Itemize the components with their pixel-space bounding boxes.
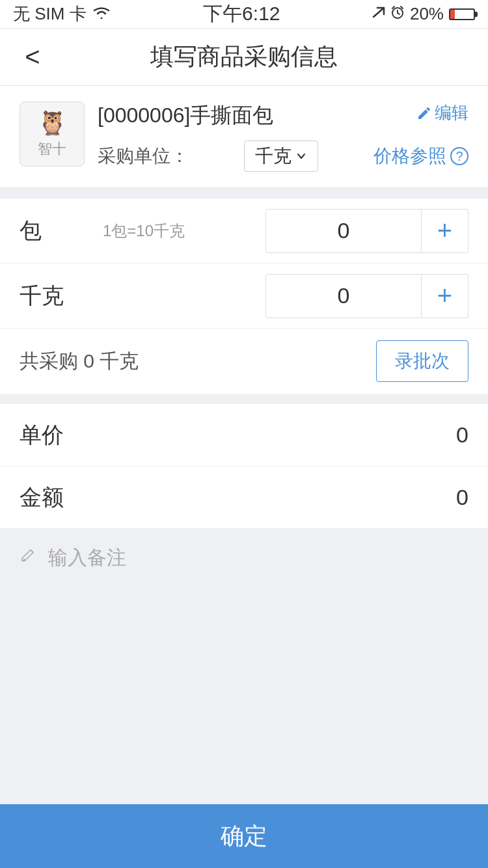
status-time: 下午6:12 <box>203 1 280 27</box>
nav-bar: < 填写商品采购信息 <box>0 29 488 86</box>
amount-value: 0 <box>456 485 468 510</box>
product-logo: 🦉 智十 <box>20 102 85 167</box>
logo-subtext: 智十 <box>38 139 66 159</box>
bag-sub-label: 1包=10千克 <box>103 221 185 241</box>
kg-input-control: + <box>265 274 468 318</box>
battery-percentage: 20% <box>410 4 444 24</box>
batch-button[interactable]: 录批次 <box>376 340 468 382</box>
amount-row: 金额 0 <box>0 467 488 529</box>
kg-plus-button[interactable]: + <box>422 274 468 318</box>
unit-price-row: 单价 0 <box>0 404 488 467</box>
owl-icon: 🦉 <box>38 109 67 137</box>
unit-value: 千克 <box>255 144 291 169</box>
divider-1 <box>0 188 488 198</box>
note-placeholder: 输入备注 <box>48 545 126 571</box>
kg-input-row: 千克 + <box>0 264 488 329</box>
bag-quantity-input[interactable] <box>265 209 422 253</box>
bag-input-row: 包 1包=10千克 + <box>0 198 488 264</box>
product-card: 🦉 智十 [0000006]手撕面包 编辑 采购单位： 千克 <box>0 86 488 188</box>
unit-price-label: 单价 <box>20 420 64 450</box>
price-ref-button[interactable]: 价格参照 ? <box>373 144 468 169</box>
summary-text: 共采购 0 千克 <box>20 348 139 375</box>
status-left: 无 SIM 卡 <box>13 3 111 25</box>
bag-plus-button[interactable]: + <box>422 209 468 253</box>
back-button[interactable]: < <box>13 38 52 77</box>
divider-2 <box>0 394 488 404</box>
alarm-icon <box>390 4 405 24</box>
info-icon: ? <box>450 147 468 165</box>
carrier-text: 无 SIM 卡 <box>13 3 87 25</box>
price-ref-label: 价格参照 <box>373 144 446 169</box>
status-bar: 无 SIM 卡 下午6:12 20% <box>0 0 488 29</box>
input-section: 包 1包=10千克 + 千克 + <box>0 198 488 329</box>
bag-input-control: + <box>265 209 468 253</box>
kg-quantity-input[interactable] <box>265 274 422 318</box>
purchase-unit-label: 采购单位： <box>98 144 189 169</box>
edit-button[interactable]: 编辑 <box>416 102 468 124</box>
pencil-icon <box>20 547 38 569</box>
status-right: 20% <box>372 4 475 24</box>
wifi-icon <box>92 4 111 24</box>
purchase-row: 采购单位： 千克 价格参照 ? <box>98 141 468 172</box>
product-info: [0000006]手撕面包 编辑 采购单位： 千克 价格参照 ? <box>98 102 468 172</box>
svg-line-2 <box>398 13 400 14</box>
product-name-row: [0000006]手撕面包 编辑 <box>98 102 468 130</box>
unit-price-value: 0 <box>456 422 468 448</box>
battery-icon <box>449 8 475 20</box>
summary-row: 共采购 0 千克 录批次 <box>0 329 488 394</box>
kg-label: 千克 <box>20 281 98 311</box>
bag-label: 包 <box>20 216 98 246</box>
confirm-button-label: 确定 <box>221 821 267 852</box>
confirm-bar[interactable]: 确定 <box>0 804 488 868</box>
amount-label: 金额 <box>20 483 64 513</box>
location-icon <box>372 4 385 24</box>
page-title: 填写商品采购信息 <box>150 41 338 73</box>
price-info-section: 单价 0 金额 0 <box>0 404 488 529</box>
note-section[interactable]: 输入备注 <box>0 529 488 587</box>
product-name: [0000006]手撕面包 <box>98 102 273 130</box>
unit-selector[interactable]: 千克 <box>244 141 318 172</box>
